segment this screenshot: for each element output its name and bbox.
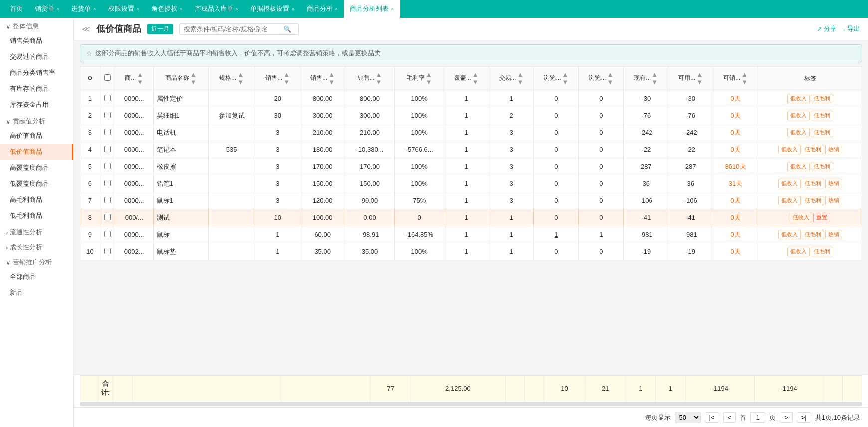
close-sales-tab[interactable]: × — [56, 6, 59, 12]
collapse-sidebar-button[interactable]: ≪ — [82, 24, 90, 34]
sidebar-item-traded-products[interactable]: 交易过的商品 — [0, 49, 73, 65]
close-products-tab[interactable]: × — [235, 6, 238, 12]
row-browse2: 0 — [579, 124, 624, 141]
filter-tag[interactable]: 近一月 — [147, 24, 173, 34]
row-checkbox[interactable] — [104, 248, 111, 254]
col-gear[interactable]: ⚙ — [80, 67, 100, 90]
nav-item-roles[interactable]: 角色授权 × — [145, 0, 188, 18]
row-num: 6 — [80, 175, 100, 192]
table-row: 7 0000... 鼠标1 3 120.00 90.00 75% 1 3 0 0… — [80, 192, 862, 209]
row-tags: 低收入低毛利 — [758, 107, 862, 124]
close-roles-tab[interactable]: × — [179, 6, 182, 12]
search-icon[interactable]: 🔍 — [283, 25, 291, 33]
search-input[interactable] — [184, 25, 283, 33]
nav-item-products[interactable]: 产成品入库单 × — [189, 0, 244, 18]
row-cover: 1 — [444, 124, 489, 141]
sidebar-item-new-products[interactable]: 新品 — [0, 285, 73, 301]
row-checkbox[interactable] — [104, 180, 111, 186]
sidebar-item-category-sales[interactable]: 商品分类销售率 — [0, 65, 73, 81]
sidebar-item-low-value[interactable]: 低价值商品 — [0, 144, 73, 160]
sidebar-item-high-coverage[interactable]: 高覆盖度商品 — [0, 160, 73, 176]
table-row: 3 0000... 电话机 3 210.00 210.00 100% 1 3 0… — [80, 124, 862, 141]
row-checkbox-cell — [100, 192, 115, 209]
prev-page-button[interactable]: < — [723, 412, 736, 423]
group-marketing[interactable]: ∨ 营销推广分析 — [0, 254, 73, 269]
col-browse2[interactable]: 浏览...▲▼ — [579, 67, 624, 90]
group-overall-info[interactable]: ∨ 整体信息 — [0, 18, 73, 33]
group-circulation[interactable]: › 流通性分析 — [0, 224, 73, 239]
close-purchase-tab[interactable]: × — [93, 6, 96, 12]
first-page-button[interactable]: |< — [705, 412, 719, 423]
nav-item-purchase[interactable]: 进货单 × — [65, 0, 102, 18]
days-value: 0天 — [730, 214, 740, 221]
col-spec[interactable]: 规格...▲▼ — [208, 67, 255, 90]
group-contribution[interactable]: ∨ 贡献值分析 — [0, 113, 73, 128]
col-trade[interactable]: 交易...▲▼ — [489, 67, 534, 90]
col-cover[interactable]: 覆盖...▲▼ — [444, 67, 489, 90]
nav-item-permissions[interactable]: 权限设置 × — [102, 0, 145, 18]
nav-item-analysis[interactable]: 商品分析 × — [301, 0, 344, 18]
row-checkbox[interactable] — [104, 231, 111, 237]
tag: 热销 — [825, 230, 842, 239]
row-checkbox[interactable] — [104, 146, 111, 152]
col-checkbox[interactable] — [100, 67, 115, 90]
row-stock: 36 — [624, 175, 668, 192]
sidebar-item-sales-products[interactable]: 销售类商品 — [0, 33, 73, 49]
current-page[interactable]: 1 — [750, 412, 765, 423]
next-page-button[interactable]: > — [780, 412, 793, 423]
sidebar-item-low-margin[interactable]: 低毛利商品 — [0, 208, 73, 224]
col-stock[interactable]: 现有...▲▼ — [624, 67, 668, 90]
sidebar-item-high-value[interactable]: 高价值商品 — [0, 128, 73, 144]
share-button[interactable]: ↗ 分享 — [817, 24, 837, 33]
close-analysis-tab[interactable]: × — [335, 6, 338, 12]
days-value: 31天 — [729, 180, 742, 187]
sidebar-item-stock-capital[interactable]: 库存资金占用 — [0, 97, 73, 113]
tag: 低收入 — [778, 179, 801, 188]
row-qty: 3 — [255, 158, 300, 175]
select-all-checkbox[interactable] — [104, 74, 111, 81]
horizontal-scrollbar[interactable] — [80, 402, 862, 406]
per-page-select[interactable]: 50 100 200 — [675, 412, 701, 423]
col-sale1[interactable]: 销售...▲▼ — [300, 67, 345, 90]
col-name-sum — [133, 376, 281, 401]
browse-val: 0 — [554, 95, 558, 102]
tag: 低毛利 — [802, 179, 824, 188]
row-name: 属性定价 — [153, 90, 208, 107]
sidebar-item-all-products[interactable]: 全部商品 — [0, 269, 73, 285]
summary-row: 合计: 77 2,125.00 10 21 1 1 -1194 -1194 — [80, 376, 862, 401]
group-growth[interactable]: › 成长性分析 — [0, 239, 73, 254]
search-box: 🔍 — [179, 23, 299, 35]
col-saleable[interactable]: 可销...▲▼ — [713, 67, 758, 90]
row-stock: -30 — [624, 90, 668, 107]
sidebar-item-stock-products[interactable]: 有库存的商品 — [0, 81, 73, 97]
col-code[interactable]: 商...▲▼ — [115, 67, 153, 90]
col-sale2[interactable]: 销售...▲▼ — [345, 67, 395, 90]
browse-link[interactable]: 1 — [554, 231, 558, 238]
sidebar-item-high-margin[interactable]: 高毛利商品 — [0, 192, 73, 208]
row-checkbox[interactable] — [104, 95, 111, 101]
close-templates-tab[interactable]: × — [291, 6, 294, 12]
nav-item-sales[interactable]: 销货单 × — [29, 0, 65, 18]
nav-item-templates[interactable]: 单据模板设置 × — [244, 0, 300, 18]
nav-item-home[interactable]: 首页 — [4, 0, 29, 18]
row-checkbox[interactable] — [104, 129, 111, 135]
nav-item-analysis-list[interactable]: 商品分析列表 × — [344, 0, 400, 18]
close-analysis-list-tab[interactable]: × — [391, 6, 394, 12]
sidebar-item-low-coverage[interactable]: 低覆盖度商品 — [0, 176, 73, 192]
tag: 低收入 — [778, 145, 801, 154]
row-sale1: 800.00 — [300, 90, 345, 107]
col-gross[interactable]: 毛利率▲▼ — [394, 67, 444, 90]
col-avail[interactable]: 可用...▲▼ — [668, 67, 713, 90]
row-checkbox[interactable] — [104, 197, 111, 203]
row-checkbox[interactable] — [104, 214, 111, 220]
row-sale2: 210.00 — [345, 124, 395, 141]
row-checkbox[interactable] — [104, 163, 111, 169]
export-button[interactable]: ↓ 导出 — [843, 24, 861, 33]
col-name[interactable]: 商品名称▲▼ — [153, 67, 208, 90]
last-page-button[interactable]: >| — [797, 412, 811, 423]
row-checkbox[interactable] — [104, 112, 111, 118]
col-browse1[interactable]: 浏览...▲▼ — [534, 67, 579, 90]
close-permissions-tab[interactable]: × — [136, 6, 139, 12]
row-sale1: 300.00 — [300, 107, 345, 124]
col-qty[interactable]: 销售...▲▼ — [255, 67, 300, 90]
